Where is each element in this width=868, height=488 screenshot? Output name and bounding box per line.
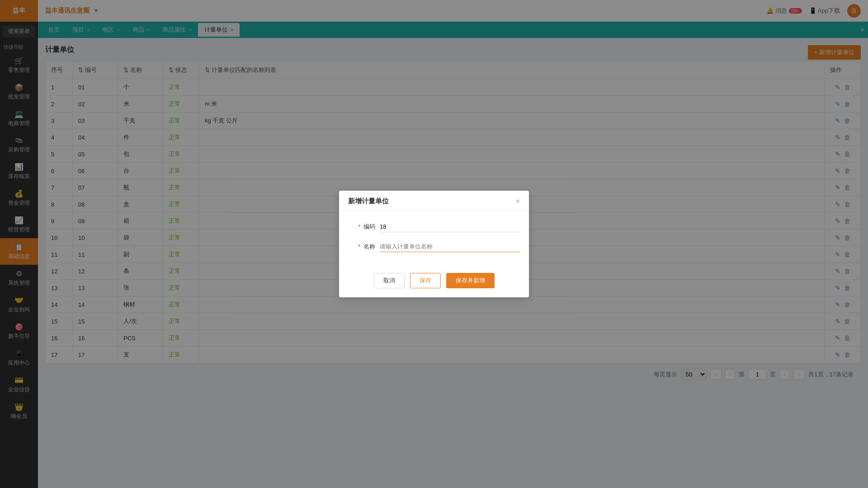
code-required-mark: * [358, 223, 360, 230]
modal-footer: 取消 保存 保存并新增 [339, 268, 529, 297]
code-form-row: * 编码 [348, 221, 520, 232]
name-required-mark: * [358, 243, 360, 250]
code-label: * 编码 [348, 223, 375, 231]
modal-close-button[interactable]: × [516, 197, 520, 206]
modal-overlay: 新增计量单位 × * 编码 * 名称 取消 保存 保存并新增 [0, 0, 868, 488]
modal-body: * 编码 * 名称 [339, 211, 529, 268]
add-measure-unit-modal: 新增计量单位 × * 编码 * 名称 取消 保存 保存并新增 [339, 191, 529, 297]
name-form-row: * 名称 [348, 241, 520, 252]
name-label: * 名称 [348, 243, 375, 251]
save-and-new-button[interactable]: 保存并新增 [446, 273, 495, 288]
cancel-button[interactable]: 取消 [374, 273, 405, 288]
modal-title: 新增计量单位 [348, 197, 389, 206]
save-button[interactable]: 保存 [410, 273, 441, 288]
modal-header: 新增计量单位 × [339, 191, 529, 211]
code-input[interactable] [380, 221, 520, 232]
name-input[interactable] [380, 241, 520, 252]
